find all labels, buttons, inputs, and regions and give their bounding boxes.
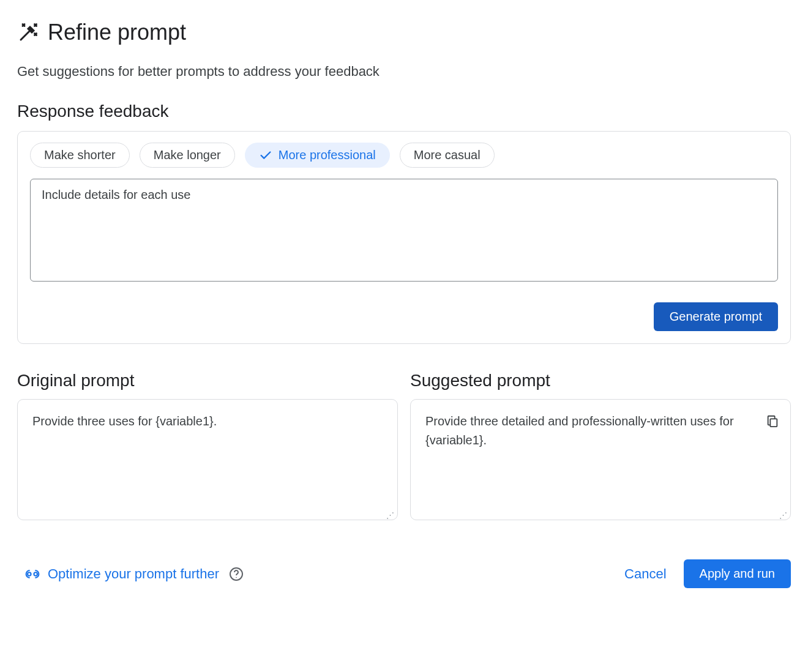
footer-actions: Cancel Apply and run (624, 559, 791, 588)
page-subtitle: Get suggestions for better prompts to ad… (17, 64, 791, 80)
svg-point-10 (34, 572, 37, 576)
chip-label: More casual (414, 148, 481, 162)
cancel-button[interactable]: Cancel (624, 566, 666, 582)
colab-icon (24, 568, 40, 580)
chip-label: Make longer (154, 148, 221, 162)
original-prompt-column: Original prompt Provide three uses for {… (17, 371, 398, 520)
chip-more-professional[interactable]: More professional (245, 143, 390, 168)
apply-and-run-button[interactable]: Apply and run (684, 559, 791, 588)
resize-handle-icon[interactable]: ⋰ (386, 513, 394, 517)
feedback-chip-row: Make shorter Make longer More profession… (30, 143, 778, 168)
suggested-heading: Suggested prompt (410, 371, 791, 390)
help-icon[interactable] (229, 567, 244, 581)
feedback-textarea[interactable] (30, 179, 778, 282)
chip-make-longer[interactable]: Make longer (140, 143, 235, 168)
generate-row: Generate prompt (30, 302, 778, 331)
page-title: Refine prompt (48, 20, 186, 45)
original-prompt-box[interactable]: Provide three uses for {variable1}. ⋰ (17, 399, 398, 520)
feedback-heading: Response feedback (17, 102, 791, 121)
svg-point-12 (236, 577, 237, 578)
svg-line-7 (35, 34, 37, 35)
chip-label: More professional (279, 148, 376, 162)
chip-more-casual[interactable]: More casual (400, 143, 495, 168)
chip-make-shorter[interactable]: Make shorter (30, 143, 130, 168)
optimize-link-group: Optimize your prompt further (24, 566, 244, 582)
check-icon (259, 149, 272, 162)
optimize-link[interactable]: Optimize your prompt further (48, 566, 219, 582)
svg-line-5 (23, 24, 24, 26)
svg-point-9 (28, 572, 31, 576)
copy-icon[interactable] (766, 414, 779, 428)
original-heading: Original prompt (17, 371, 398, 390)
suggested-prompt-text: Provide three detailed and professionall… (425, 412, 776, 450)
prompt-comparison: Original prompt Provide three uses for {… (17, 371, 791, 520)
svg-rect-8 (770, 419, 777, 427)
magic-wand-icon (17, 21, 39, 43)
generate-prompt-button[interactable]: Generate prompt (654, 302, 778, 331)
original-prompt-text: Provide three uses for {variable1}. (32, 412, 383, 431)
resize-handle-icon[interactable]: ⋰ (779, 513, 787, 517)
chip-label: Make shorter (44, 148, 116, 162)
feedback-card: Make shorter Make longer More profession… (17, 131, 791, 344)
suggested-prompt-column: Suggested prompt Provide three detailed … (410, 371, 791, 520)
suggested-prompt-box[interactable]: Provide three detailed and professionall… (410, 399, 791, 520)
svg-line-3 (35, 24, 37, 26)
page-header: Refine prompt (17, 20, 791, 45)
footer-row: Optimize your prompt further Cancel Appl… (17, 559, 791, 588)
